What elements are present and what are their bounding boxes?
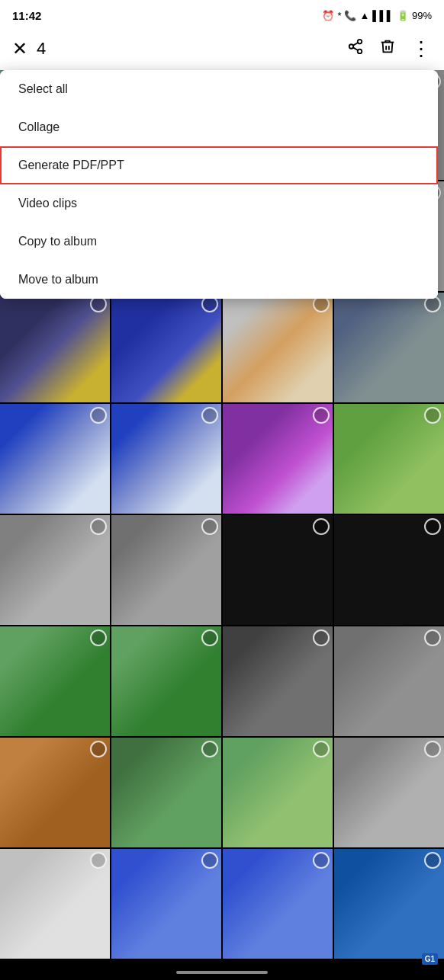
action-bar-left: ✕ 4 (12, 38, 46, 59)
dropdown-item-move-to-album[interactable]: Move to album (0, 261, 438, 299)
delete-button[interactable] (379, 38, 396, 59)
dropdown-item-collage[interactable]: Collage (0, 108, 438, 146)
dropdown-overlay[interactable]: Select allCollageGenerate PDF/PPTVideo c… (0, 70, 444, 980)
svg-point-0 (358, 40, 362, 44)
status-time: 11:42 (12, 9, 41, 22)
call-icon: 📞 (344, 10, 356, 21)
svg-point-2 (358, 50, 362, 54)
more-options-button[interactable]: ⋮ (411, 37, 432, 61)
dropdown-item-copy-to-album[interactable]: Copy to album (0, 223, 438, 261)
share-button[interactable] (347, 38, 364, 59)
wifi-icon: ▲ (359, 10, 369, 21)
action-bar-right: ⋮ (347, 37, 432, 61)
svg-line-3 (353, 47, 358, 50)
close-button[interactable]: ✕ (12, 38, 27, 59)
dropdown-item-select-all[interactable]: Select all (0, 70, 438, 108)
status-bar: 11:42 ⏰ * 📞 ▲ ▌▌▌ 🔋 99% (0, 0, 444, 27)
action-bar: ✕ 4 ⋮ (0, 27, 444, 70)
svg-point-1 (349, 44, 354, 49)
svg-line-4 (353, 43, 358, 46)
status-icons: ⏰ * 📞 ▲ ▌▌▌ 🔋 99% (322, 10, 432, 21)
signal-icon: ▌▌▌ (372, 10, 394, 21)
dropdown-menu: Select allCollageGenerate PDF/PPTVideo c… (0, 70, 438, 299)
selected-count: 4 (37, 39, 46, 59)
dropdown-item-video-clips[interactable]: Video clips (0, 184, 438, 223)
alarm-icon: ⏰ (322, 10, 334, 21)
battery-percent: 99% (412, 10, 432, 21)
battery-icon: 🔋 (397, 10, 409, 21)
dropdown-item-generate-pdf-ppt[interactable]: Generate PDF/PPT (0, 146, 438, 184)
bluetooth-icon: * (337, 10, 341, 21)
